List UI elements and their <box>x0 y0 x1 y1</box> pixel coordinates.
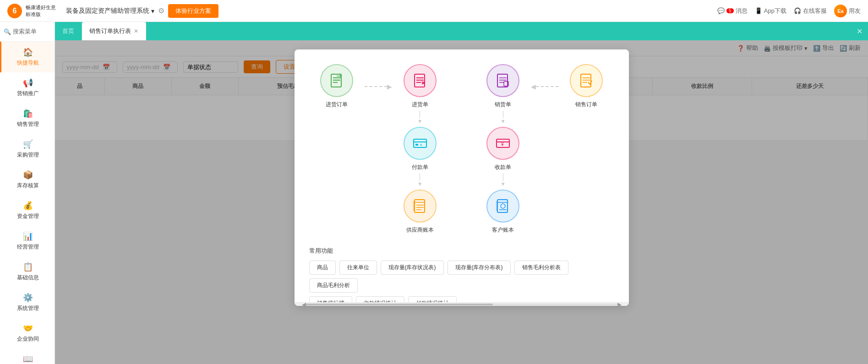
operations-icon: 📊 <box>23 231 33 241</box>
func-btn-partner[interactable]: 往来单位 <box>339 261 377 275</box>
tab-home[interactable]: 首页 <box>55 22 82 40</box>
purchase-icon: 🛒 <box>23 139 33 149</box>
phone-icon: 📱 <box>755 7 762 14</box>
sidebar-item-operations[interactable]: 📊 经营管理 <box>0 226 55 256</box>
flow-node-receipt[interactable]: ¥ 收款单 <box>483 123 523 175</box>
modal-overlay[interactable]: 进货订单 ▶ <box>55 40 868 364</box>
scroll-right-arrow[interactable]: ▶ <box>617 301 622 306</box>
online-service-btn[interactable]: 🎧 在线客服 <box>794 7 827 15</box>
arrow-1: ▶ <box>365 83 392 90</box>
purchase-bill-icon <box>412 72 428 89</box>
supplier-ledger-circle <box>404 190 437 223</box>
svg-rect-19 <box>415 144 418 146</box>
app-logo-icon: 6 <box>7 4 22 18</box>
func-btn-product-profit[interactable]: 商品毛利分析 <box>309 278 358 293</box>
content-area: 首页 销售订单执行表 ✕ ✕ ❓ 帮助 🖨️ 按模板打印 <box>55 22 868 364</box>
enterprise-icon: 🤝 <box>23 323 33 333</box>
func-btn-stock-status[interactable]: 现存量(库存状况表) <box>381 261 444 275</box>
modal-scrollbar[interactable]: ◀ ▶ <box>295 302 629 306</box>
sidebar-item-purchase[interactable]: 🛒 采购管理 <box>0 134 55 164</box>
sidebar-item-inventory[interactable]: 📦 库存核算 <box>0 164 55 195</box>
sidebar-item-quick-nav[interactable]: 🏠 快捷导航 <box>0 42 55 72</box>
tab-close-icon[interactable]: ✕ <box>134 28 138 34</box>
sidebar-item-sales[interactable]: 🛍️ 销售管理 <box>0 103 55 134</box>
home-icon: 🏠 <box>23 47 33 57</box>
modal-body: 进货订单 ▶ <box>295 49 629 302</box>
sidebar-item-finance[interactable]: 💰 资金管理 <box>0 195 55 226</box>
sales-order-circle <box>570 64 603 97</box>
sidebar-item-system[interactable]: ⚙️ 系统管理 <box>0 287 55 318</box>
system-title-area: 装备及固定资产辅助管理系统 ▾ ⚙ 体验行业方案 <box>66 4 717 18</box>
logo-area: 6 畅康通好生意 标准版 <box>7 4 62 18</box>
user-menu-btn[interactable]: Ea 用友 <box>834 5 861 17</box>
customer-ledger-circle <box>486 190 519 223</box>
search-icon: 🔍 <box>4 28 11 35</box>
app-download-btn[interactable]: 📱 App下载 <box>755 7 786 15</box>
function-buttons-container-2: 销售排行榜 收款情况统计 付款情况统计 <box>309 296 614 302</box>
flow-node-purchase-bill[interactable]: 进货单 <box>400 60 440 112</box>
inventory-icon: 📦 <box>23 170 33 180</box>
arrow-down-payment: ▼ <box>417 174 423 187</box>
top-bar: 6 畅康通好生意 标准版 装备及固定资产辅助管理系统 ▾ ⚙ 体验行业方案 💬 … <box>0 0 868 22</box>
settings-gear-button[interactable]: ⚙ <box>158 6 164 15</box>
receipt-circle: ¥ <box>486 127 519 160</box>
system-icon: ⚙️ <box>23 293 33 303</box>
func-btn-sales-rank[interactable]: 销售排行榜 <box>309 296 352 302</box>
sidebar-item-enterprise[interactable]: 🤝 企业协同 <box>0 318 55 348</box>
sidebar-item-newbie[interactable]: 📖 新手引导 <box>0 348 55 364</box>
trial-button[interactable]: 体验行业方案 <box>168 4 218 18</box>
message-btn[interactable]: 💬 5 消息 <box>717 7 748 15</box>
sidebar-search[interactable]: 🔍 搜索菜单 <box>0 22 55 42</box>
func-btn-receipt-stat[interactable]: 收款情况统计 <box>356 296 404 302</box>
svg-rect-13 <box>581 74 591 87</box>
flow-node-payment[interactable]: ¥ 付款单 <box>400 123 440 175</box>
svg-rect-29 <box>413 201 415 211</box>
page-content: ❓ 帮助 🖨️ 按模板打印 ▾ ⬆️ 导出 🔄 刷新 <box>55 40 868 364</box>
func-btn-product[interactable]: 商品 <box>309 261 336 275</box>
sidebar: 🔍 搜索菜单 🏠 快捷导航 📢 营销推广 🛍️ 销售管理 🛒 采购管理 📦 库存… <box>0 22 55 364</box>
tab-sales-order-exec[interactable]: 销售订单执行表 ✕ <box>82 22 146 40</box>
payment-circle: ¥ <box>404 127 437 160</box>
scroll-track <box>306 304 617 305</box>
basic-info-icon: 📋 <box>23 262 33 272</box>
common-functions-section: 常用功能 商品 往来单位 现存量(库存状况表) 现存量(库存分布表) 销售毛利分… <box>309 247 614 302</box>
svg-rect-30 <box>497 200 508 212</box>
main-layout: 🔍 搜索菜单 🏠 快捷导航 📢 营销推广 🛍️ 销售管理 🛒 采购管理 📦 库存… <box>0 22 868 364</box>
flow-node-customer-ledger[interactable]: 客户账本 <box>483 186 523 238</box>
svg-text:¥: ¥ <box>420 143 422 147</box>
func-btn-sales-profit[interactable]: 销售毛利分析表 <box>514 261 568 275</box>
brand-text: 畅康通好生意 标准版 <box>26 4 56 17</box>
tab-close-all-btn[interactable]: ✕ <box>851 22 868 40</box>
sidebar-item-marketing[interactable]: 📢 营销推广 <box>0 72 55 103</box>
svg-text:¥: ¥ <box>501 142 504 147</box>
svg-point-32 <box>501 204 505 208</box>
flow-node-purchase-order[interactable]: 进货订单 <box>317 60 357 112</box>
receipt-icon: ¥ <box>495 135 511 152</box>
scroll-thumb <box>306 304 493 305</box>
system-title-dropdown[interactable]: 装备及固定资产辅助管理系统 ▾ <box>66 7 154 15</box>
flow-diagram: 进货订单 ▶ <box>309 60 614 238</box>
sales-bill-circle <box>486 64 519 97</box>
sidebar-item-basic-info[interactable]: 📋 基础信息 <box>0 256 55 287</box>
svg-rect-8 <box>497 74 508 87</box>
avatar: Ea <box>834 5 847 17</box>
scroll-left-arrow[interactable]: ◀ <box>302 301 306 306</box>
chevron-down-icon: ▾ <box>151 7 154 15</box>
function-buttons-container: 商品 往来单位 现存量(库存状况表) 现存量(库存分布表) 销售毛利分析表 商品… <box>309 261 614 293</box>
sales-bill-icon <box>495 72 511 89</box>
func-btn-stock-dist[interactable]: 现存量(库存分布表) <box>448 261 511 275</box>
customer-ledger-icon <box>495 198 511 214</box>
supplier-ledger-icon <box>412 198 428 214</box>
arrow-down-receipt: ▼ <box>500 174 506 187</box>
finance-icon: 💰 <box>23 201 33 211</box>
headset-icon: 🎧 <box>794 7 801 14</box>
flow-node-sales-order[interactable]: 销售订单 <box>566 60 606 112</box>
arrow-2: ◀ <box>531 83 558 90</box>
purchase-order-icon <box>328 72 345 89</box>
flow-node-supplier-ledger[interactable]: 供应商账本 <box>400 186 440 238</box>
purchase-bill-circle <box>404 64 437 97</box>
marketing-icon: 📢 <box>23 78 33 88</box>
arrow-down-sales: ▼ <box>500 111 506 125</box>
flow-node-sales-bill[interactable]: 销货单 <box>483 60 523 112</box>
func-btn-payment-stat[interactable]: 付款情况统计 <box>408 296 457 302</box>
